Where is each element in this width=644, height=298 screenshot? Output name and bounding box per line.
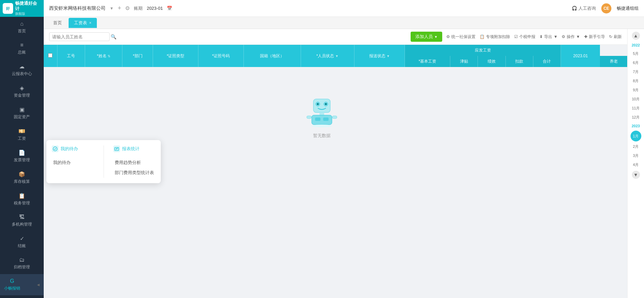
add-person-button[interactable]: 添加人员 ▼ <box>411 32 442 42</box>
month-prev-btn[interactable]: ▲ <box>632 32 640 40</box>
col-name-header: *姓名 ⇅ <box>85 45 122 67</box>
col-job-number-header: 工号 <box>57 45 85 67</box>
col-checkbox-header[interactable] <box>44 45 57 67</box>
report-filter-icon[interactable]: ▼ <box>386 54 390 58</box>
month-next-btn[interactable]: ▼ <box>632 171 640 179</box>
personnel-filter-icon[interactable]: ▼ <box>335 54 339 58</box>
month-item-2022-09[interactable]: 9月 <box>628 86 644 95</box>
company-settings-icon[interactable]: ⚙ <box>125 5 130 11</box>
month-item-2023-04[interactable]: 4月 <box>628 160 644 169</box>
name-sort-icon[interactable]: ⇅ <box>108 54 110 58</box>
special-deduction-btn[interactable]: 📋 专项附加扣除 <box>480 34 510 40</box>
month-item-2022-12[interactable]: 12月 <box>628 113 644 122</box>
popup-menu: 我的待办 我的待办 报表统计 <box>46 140 161 183</box>
month-item-2023-03[interactable]: 3月 <box>628 151 644 160</box>
add-company-button[interactable]: + <box>118 5 121 12</box>
search-input[interactable] <box>52 34 109 39</box>
operations-icon: ⚙ <box>562 34 565 39</box>
sidebar: 好 畅捷通好会计 旗舰版 ⌂ 首页 ≡ 总账 ☁ 云报表中心 ◈ 资金管理 ▣ … <box>0 0 44 298</box>
sidebar-item-ledger[interactable]: ≡ 总账 <box>0 38 44 59</box>
tabs-bar: 首页 工资表 × <box>44 17 644 29</box>
popup-divider <box>104 145 104 178</box>
col-dept-header: *部门 <box>122 45 153 67</box>
personal-tax-btn[interactable]: ☑ 个税申报 <box>514 34 535 40</box>
sidebar-item-cloud-report[interactable]: ☁ 云报表中心 <box>0 59 44 81</box>
add-person-dropdown-icon: ▼ <box>434 35 438 39</box>
empty-robot-svg <box>305 94 339 128</box>
month-item-2023-02[interactable]: 2月 <box>628 142 644 151</box>
company-dropdown-arrow[interactable]: ▼ <box>110 6 114 11</box>
popup-item-dept-expense[interactable]: 部门费用类型统计表 <box>113 168 156 178</box>
user-avatar: CE <box>601 3 611 13</box>
settlement-icon: ✓ <box>20 235 24 242</box>
svg-point-3 <box>317 103 319 105</box>
expand-icon: ◀ <box>37 283 40 287</box>
svg-rect-7 <box>315 118 320 121</box>
month-item-2022-07[interactable]: 7月 <box>628 67 644 76</box>
tab-salary[interactable]: 工资表 × <box>69 18 97 28</box>
month-item-2022-06[interactable]: 6月 <box>628 58 644 67</box>
month-item-2023-01[interactable]: 1月 <box>631 131 641 141</box>
col-pension-header: 养老 <box>600 56 627 67</box>
toolbar: 🔍 添加人员 ▼ ⚙ 统一社保设置 📋 专项附加扣除 <box>44 29 627 45</box>
operations-btn[interactable]: ⚙ 操作 ▼ <box>562 34 580 40</box>
content-area: 🔍 添加人员 ▼ ⚙ 统一社保设置 📋 专项附加扣除 <box>44 29 644 298</box>
calendar-icon[interactable]: 📅 <box>167 6 172 11</box>
search-icon[interactable]: 🔍 <box>111 34 116 39</box>
username: 畅捷通组组 <box>617 5 639 11</box>
popup-section-report: 报表统计 费用趋势分析 部门费用类型统计表 <box>113 145 156 178</box>
xiaochang-icon: G <box>10 278 14 284</box>
sidebar-item-xiaochang[interactable]: G 小畅报销 ◀ <box>0 274 44 295</box>
search-wrapper: 🔍 <box>49 32 110 41</box>
svg-rect-10 <box>332 116 337 119</box>
sidebar-item-invoice[interactable]: 📄 发票管理 <box>0 145 44 167</box>
sidebar-item-settlement[interactable]: ✓ 结账 <box>0 231 44 253</box>
svg-rect-5 <box>319 112 324 115</box>
col-allowance-header: 津贴 <box>450 56 478 67</box>
refresh-btn[interactable]: ↻ 刷新 <box>609 34 622 40</box>
sidebar-item-tax[interactable]: 📋 税务管理 <box>0 189 44 210</box>
sidebar-item-fund[interactable]: ◈ 资金管理 <box>0 81 44 102</box>
sidebar-item-multi-org[interactable]: 🏗 多机构管理 <box>0 210 44 231</box>
headset-icon: 🎧 <box>572 6 577 11</box>
special-deduction-icon: 📋 <box>480 34 485 39</box>
tab-home[interactable]: 首页 <box>48 18 67 28</box>
sidebar-item-archive[interactable]: 🗂 归档管理 <box>0 253 44 274</box>
personal-tax-icon: ☑ <box>514 34 518 39</box>
month-item-2022-10[interactable]: 10月 <box>628 95 644 104</box>
tab-home-label: 首页 <box>53 20 62 26</box>
export-icon: ⬇ <box>539 34 543 39</box>
col-id-number-header: *证照号码 <box>198 45 243 67</box>
col-base-salary-header: *基本工资 <box>405 56 450 67</box>
social-security-icon: ⚙ <box>446 34 450 39</box>
select-all-checkbox[interactable] <box>48 53 52 58</box>
month-item-2022-05[interactable]: 5月 <box>628 49 644 58</box>
popup-item-my-todo[interactable]: 我的待办 <box>52 158 94 168</box>
assets-icon: ▣ <box>20 106 25 113</box>
export-btn[interactable]: ⬇ 导出 ▼ <box>539 34 558 40</box>
toolbar-actions: 添加人员 ▼ ⚙ 统一社保设置 📋 专项附加扣除 ☑ 个税申报 <box>411 32 622 42</box>
svg-rect-0 <box>313 99 330 112</box>
empty-text: 暂无数据 <box>313 133 331 139</box>
popup-sections: 我的待办 我的待办 报表统计 <box>52 145 155 178</box>
tab-close-icon[interactable]: × <box>89 21 91 25</box>
sidebar-item-assets[interactable]: ▣ 固定资产 <box>0 102 44 124</box>
tax-icon: 📋 <box>18 193 25 199</box>
popup-item-expense-trend[interactable]: 费用趋势分析 <box>113 158 156 168</box>
sidebar-item-salary[interactable]: 💴 工资 <box>0 124 44 145</box>
multi-org-icon: 🏗 <box>19 214 25 220</box>
social-security-btn[interactable]: ⚙ 统一社保设置 <box>446 34 476 40</box>
month-item-2022-08[interactable]: 8月 <box>628 76 644 86</box>
svg-rect-6 <box>312 115 332 125</box>
sidebar-item-basic-settings[interactable]: ⚙ 基础设置 <box>0 295 44 298</box>
customer-service-button[interactable]: 🎧 人工咨询 <box>572 5 596 11</box>
main-wrapper: 西安虾米网络科技有限公司 ▼ + ⚙ 账期 2023-01 📅 🎧 人工咨询 C… <box>44 0 644 298</box>
new-guide-btn[interactable]: ✚ 新手引导 <box>584 34 605 40</box>
col-nationality-header: 国籍（地区） <box>243 45 301 67</box>
todo-section-icon <box>52 145 59 152</box>
popup-section-todo: 我的待办 我的待办 <box>52 145 94 178</box>
salary-icon: 💴 <box>18 128 25 134</box>
month-item-2022-11[interactable]: 11月 <box>628 104 644 113</box>
sidebar-item-home[interactable]: ⌂ 首页 <box>0 17 44 38</box>
sidebar-item-inventory[interactable]: 📦 库存核算 <box>0 167 44 189</box>
